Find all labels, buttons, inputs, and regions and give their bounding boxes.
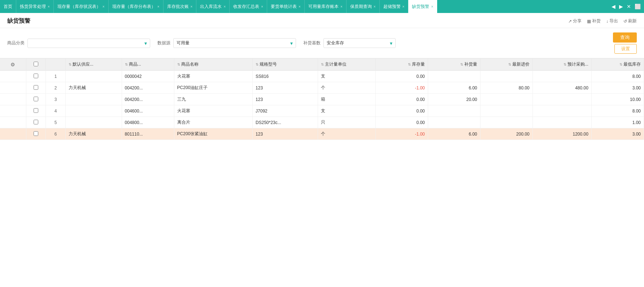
export-icon: ↓ xyxy=(606,19,608,24)
row-supplier xyxy=(65,94,122,105)
replenish-basis-arrow-icon: ▾ xyxy=(390,40,392,46)
row-unit: 个 xyxy=(318,128,375,140)
row-product-name: PC200油缸庄子 xyxy=(174,82,252,94)
row-gear-cell xyxy=(0,94,26,105)
row-checkbox[interactable] xyxy=(34,108,38,113)
main-content: 缺货预警 ↗ 分享 ▦ 补货 ↓ 导出 ↺ 刷新 商品分类 xyxy=(0,13,644,287)
query-button[interactable]: 查询 xyxy=(613,32,637,43)
row-latest-price xyxy=(480,94,532,105)
tab-batch[interactable]: 库存批次账 × xyxy=(164,0,197,13)
row-estimated-purchase xyxy=(532,117,591,128)
row-gear-cell xyxy=(0,105,26,117)
col-supplier[interactable]: ⇅默认供应... xyxy=(65,58,122,71)
row-stock: 0.00 xyxy=(375,117,428,128)
tab-expiry[interactable]: 保质期查询 × xyxy=(347,0,380,13)
row-spec: 123 xyxy=(253,82,318,94)
row-checkbox[interactable] xyxy=(34,97,38,101)
settings-button[interactable]: 设置 xyxy=(614,44,637,54)
close-tab-stock-status[interactable]: × xyxy=(103,5,105,9)
row-product-name: PC200张紧油缸 xyxy=(174,128,252,140)
tab-prev-btn[interactable]: ◀ xyxy=(610,3,617,10)
header-actions: ↗ 分享 ▦ 补货 ↓ 导出 ↺ 刷新 xyxy=(568,18,637,24)
row-number: 2 xyxy=(46,82,65,94)
tab-stock-status[interactable]: 现存量（库存状况表） × xyxy=(54,0,109,13)
tab-inout[interactable]: 出入库流水 × xyxy=(196,0,230,13)
col-product-name[interactable]: ⇅商品名称 xyxy=(174,58,252,71)
export-button[interactable]: ↓ 导出 xyxy=(606,18,618,24)
row-product-name: 离合片 xyxy=(174,117,252,128)
tab-picking[interactable]: 拣货异常处理 × xyxy=(16,0,54,13)
row-spec: 123 xyxy=(253,128,318,140)
row-spec: DS250*23c... xyxy=(253,117,318,128)
table-row: 3 004200... 三九 123 箱 0.00 20.00 10.00 xyxy=(0,94,644,105)
close-tab-picking[interactable]: × xyxy=(48,5,50,9)
gear-settings-icon[interactable]: ⚙ xyxy=(10,62,15,67)
col-min-stock[interactable]: ⇅最低库存 xyxy=(591,58,644,71)
col-stock[interactable]: ⇅库存量 xyxy=(375,58,428,71)
row-checkbox[interactable] xyxy=(34,74,38,78)
category-arrow-icon: ▾ xyxy=(144,40,147,46)
sort-spec-icon: ⇅ xyxy=(256,62,258,66)
row-checkbox[interactable] xyxy=(34,85,38,90)
table-row: 2 力天机械 004200... PC200油缸庄子 123 个 -1.00 6… xyxy=(0,82,644,94)
col-replenish[interactable]: ⇅补货量 xyxy=(428,58,480,71)
col-unit[interactable]: ⇅主计量单位 xyxy=(318,58,375,71)
tab-stock-dist[interactable]: 现存量（库存分布表） × xyxy=(109,0,164,13)
tab-navigation: ◀ ▶ ✕ ⬜ xyxy=(608,3,644,10)
tab-summary[interactable]: 收发存汇总表 × xyxy=(230,0,267,13)
datasource-filter-group: 数据源 可用量 ▾ xyxy=(157,38,296,48)
sort-price-icon: ⇅ xyxy=(508,62,511,66)
row-stock: 0.00 xyxy=(375,94,428,105)
row-product-name: 火花塞 xyxy=(174,71,252,82)
tab-home[interactable]: 首页 xyxy=(0,0,16,13)
category-select[interactable]: ▾ xyxy=(27,39,150,48)
col-latest-price[interactable]: ⇅最新进价 xyxy=(480,58,532,71)
close-tab-overstock[interactable]: × xyxy=(402,5,405,9)
tab-available[interactable]: 可用量库存账本 × xyxy=(305,0,347,13)
row-replenish: 6.00 xyxy=(428,128,480,140)
select-all-checkbox[interactable] xyxy=(34,62,38,66)
close-tab-stock-dist[interactable]: × xyxy=(157,5,160,9)
close-tab-order-stats[interactable]: × xyxy=(299,5,301,9)
close-tab-shortage[interactable]: × xyxy=(431,5,433,9)
category-label: 商品分类 xyxy=(7,40,25,46)
refresh-button[interactable]: ↺ 刷新 xyxy=(623,18,637,24)
col-estimated-purchase[interactable]: ⇅预计采购... xyxy=(532,58,591,71)
sort-minstock-icon: ⇅ xyxy=(619,62,622,66)
sort-estimate-icon: ⇅ xyxy=(564,62,566,66)
row-unit: 支 xyxy=(318,71,375,82)
table-row: 5 004800... 离合片 DS250*23c... 只 0.00 1.00 xyxy=(0,117,644,128)
row-stock: 0.00 xyxy=(375,71,428,82)
tab-shortage[interactable]: 缺货预警 × xyxy=(408,0,437,13)
row-number: 4 xyxy=(46,105,65,117)
datasource-arrow-icon: ▾ xyxy=(290,40,293,46)
sort-unit-icon: ⇅ xyxy=(321,62,324,66)
datasource-select[interactable]: 可用量 ▾ xyxy=(173,38,296,48)
replenish-basis-select[interactable]: 安全库存 ▾ xyxy=(323,38,396,48)
replenish-icon: ▦ xyxy=(587,19,591,24)
col-product-code[interactable]: ⇅商品... xyxy=(122,58,174,71)
row-checkbox[interactable] xyxy=(34,120,38,124)
col-spec[interactable]: ⇅规格型号 xyxy=(253,58,318,71)
close-tab-batch[interactable]: × xyxy=(191,5,193,9)
row-gear-cell xyxy=(0,71,26,82)
row-gear-cell xyxy=(0,117,26,128)
share-button[interactable]: ↗ 分享 xyxy=(568,18,582,24)
tab-next-btn[interactable]: ▶ xyxy=(618,3,625,10)
tab-close-btn[interactable]: ✕ xyxy=(625,3,632,10)
close-tab-inout[interactable]: × xyxy=(223,5,226,9)
col-rownum xyxy=(46,58,65,71)
row-unit: 只 xyxy=(318,117,375,128)
replenish-button[interactable]: ▦ 补货 xyxy=(587,18,601,24)
tab-overstock[interactable]: 超储预警 × xyxy=(380,0,409,13)
row-latest-price: 80.00 xyxy=(480,82,532,94)
tab-expand-btn[interactable]: ⬜ xyxy=(633,3,642,10)
tab-order-stats[interactable]: 要货单统计表 × xyxy=(267,0,305,13)
close-tab-expiry[interactable]: × xyxy=(374,5,376,9)
close-tab-available[interactable]: × xyxy=(340,5,343,9)
replenish-basis-value: 安全库存 xyxy=(327,40,344,46)
row-checkbox[interactable] xyxy=(34,131,38,136)
close-tab-summary[interactable]: × xyxy=(261,5,263,9)
sort-replenish-icon: ⇅ xyxy=(460,62,463,66)
row-supplier xyxy=(65,71,122,82)
